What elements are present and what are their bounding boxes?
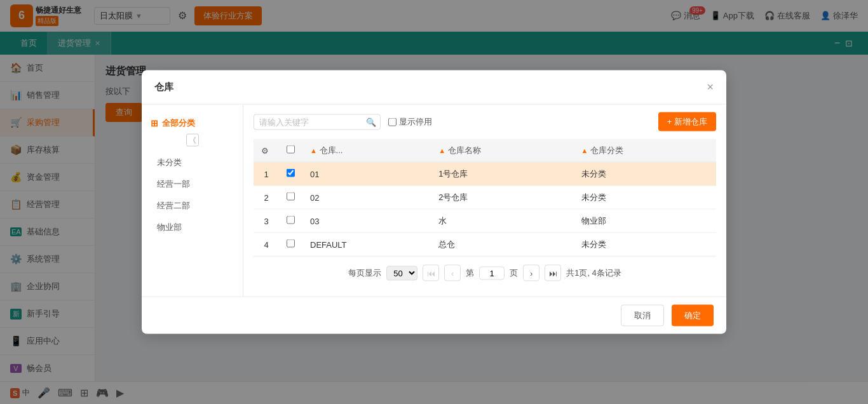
show-disabled-label[interactable]: 显示停用 <box>388 116 432 128</box>
add-warehouse-button[interactable]: + 新增仓库 <box>658 112 716 131</box>
modal-header: 仓库 × <box>142 71 726 105</box>
cancel-button[interactable]: 取消 <box>621 305 664 327</box>
page-input[interactable] <box>479 266 505 279</box>
row-num-1: 1 <box>254 162 279 185</box>
row-cat-1: 未分类 <box>574 162 716 185</box>
per-page-select[interactable]: 50 <box>386 266 417 280</box>
pagination: 每页显示 50 ⏮ ‹ 第 页 › ⏭ 共1页, 4条记录 <box>254 257 716 289</box>
table-area: 🔍 显示停用 + 新增仓库 ⚙ ▲ 仓库... ▲ 仓库名称 <box>243 105 726 297</box>
first-page-button[interactable]: ⏮ <box>423 265 439 281</box>
modal-body: ⊞ 全部分类 《 未分类 经营一部 经营二部 物业部 🔍 显示停用 + 新增仓库 <box>142 105 726 297</box>
warehouse-table: ⚙ ▲ 仓库... ▲ 仓库名称 ▲ 仓库分类 1 01 1号仓库 <box>254 139 716 257</box>
sort-icon-cat[interactable]: ▲ <box>581 147 588 154</box>
table-row[interactable]: 1 01 1号仓库 未分类 <box>254 162 716 185</box>
category-all-label: 全部分类 <box>162 118 195 129</box>
row-cb-1[interactable] <box>279 162 302 185</box>
row-code-1: 01 <box>302 162 431 185</box>
last-page-button[interactable]: ⏭ <box>545 265 561 281</box>
row-cat-3: 物业部 <box>574 209 716 232</box>
sort-icon[interactable]: ▲ <box>310 147 317 154</box>
row-cat-2: 未分类 <box>574 185 716 209</box>
col-checkbox[interactable] <box>279 139 302 163</box>
per-page-label: 每页显示 <box>348 267 381 279</box>
grid-icon: ⊞ <box>151 118 158 128</box>
modal-title: 仓库 <box>154 81 173 93</box>
show-disabled-checkbox[interactable] <box>388 118 397 126</box>
table-header-row: ⚙ ▲ 仓库... ▲ 仓库名称 ▲ 仓库分类 <box>254 139 716 163</box>
table-row[interactable]: 2 02 2号仓库 未分类 <box>254 185 716 209</box>
page-label: 第 <box>466 267 474 279</box>
category-item-dept1[interactable]: 经营一部 <box>142 173 243 195</box>
next-page-button[interactable]: › <box>523 265 539 281</box>
row-name-3: 水 <box>431 209 573 232</box>
category-sidebar: ⊞ 全部分类 《 未分类 经营一部 经营二部 物业部 <box>142 105 243 297</box>
row-num-4: 4 <box>254 232 279 256</box>
search-icon[interactable]: 🔍 <box>366 117 376 126</box>
category-item-dept2[interactable]: 经营二部 <box>142 195 243 217</box>
modal-close-button[interactable]: × <box>707 81 714 94</box>
row-name-2: 2号仓库 <box>431 185 573 209</box>
row-cb-3[interactable] <box>279 209 302 232</box>
table-row[interactable]: 3 03 水 物业部 <box>254 209 716 232</box>
row-name-1: 1号仓库 <box>431 162 573 185</box>
prev-page-button[interactable]: ‹ <box>444 265 461 281</box>
select-all-checkbox[interactable] <box>287 145 295 154</box>
search-box: 🔍 <box>254 114 381 130</box>
confirm-button[interactable]: 确定 <box>672 305 714 327</box>
row-cat-4: 未分类 <box>574 232 716 256</box>
table-toolbar: 🔍 显示停用 + 新增仓库 <box>254 112 716 131</box>
category-item-property[interactable]: 物业部 <box>142 217 243 238</box>
table-row[interactable]: 4 DEFAULT 总仓 未分类 <box>254 232 716 256</box>
row-num-2: 2 <box>254 185 279 209</box>
col-category: ▲ 仓库分类 <box>574 139 716 163</box>
category-item-unclassified[interactable]: 未分类 <box>142 152 243 173</box>
category-header[interactable]: ⊞ 全部分类 <box>142 112 243 134</box>
col-gear[interactable]: ⚙ <box>254 139 279 163</box>
row-name-4: 总仓 <box>431 232 573 256</box>
table-container: ⚙ ▲ 仓库... ▲ 仓库名称 ▲ 仓库分类 1 01 1号仓库 <box>254 139 716 257</box>
category-collapse-button[interactable]: 《 <box>186 134 199 147</box>
search-input[interactable] <box>259 117 366 126</box>
row-code-4: DEFAULT <box>302 232 431 256</box>
col-code: ▲ 仓库... <box>302 139 431 163</box>
warehouse-modal: 仓库 × ⊞ 全部分类 《 未分类 经营一部 经营二部 物业部 🔍 <box>142 71 726 334</box>
row-cb-4[interactable] <box>279 232 302 256</box>
total-record-label: 共1页, 4条记录 <box>566 267 621 279</box>
row-code-2: 02 <box>302 185 431 209</box>
page-unit: 页 <box>510 267 518 279</box>
row-code-3: 03 <box>302 209 431 232</box>
col-name: ▲ 仓库名称 <box>431 139 573 163</box>
row-num-3: 3 <box>254 209 279 232</box>
modal-footer: 取消 确定 <box>142 297 726 334</box>
sort-icon-name[interactable]: ▲ <box>438 147 445 154</box>
row-cb-2[interactable] <box>279 185 302 209</box>
